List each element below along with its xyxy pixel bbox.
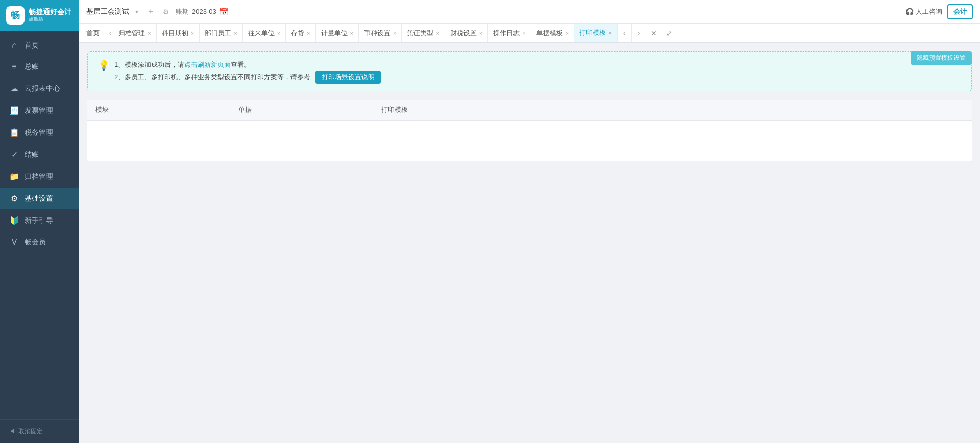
tab-close-tax-settings[interactable]: × [479,30,482,36]
sidebar-nav: ⌂ 首页 ≡ 总账 ☁ 云报表中心 🧾 发票管理 📋 税务管理 ✓ 结账 📁 归… [0,31,79,419]
help-label: 人工咨询 [916,7,942,16]
cloud-icon: ☁ [9,84,19,94]
tab-back-icon[interactable]: ‹ [107,29,113,37]
tab-label-partner: 往来单位 [248,29,275,38]
help-button[interactable]: 🎧 人工咨询 [905,7,942,16]
sidebar-item-settings[interactable]: ⚙ 基础设置 [0,188,79,209]
sidebar-label-checkout: 结账 [24,150,39,159]
th-module: 模块 [87,100,230,120]
tab-currency[interactable]: 币种设置 × [359,24,402,43]
tab-close-dept-staff[interactable]: × [234,30,237,36]
tab-label-print-tpl: 打印模板 [579,28,606,37]
sidebar-item-guide[interactable]: 🔰 新手引导 [0,209,79,231]
tab-close-voucher-type[interactable]: × [436,30,439,36]
info-line1-prefix: 1、模板添加成功后，请 [114,61,184,68]
print-template-table: 模块 单据 打印模板 [87,100,972,161]
tab-label-currency: 币种设置 [364,29,390,38]
home-icon: ⌂ [9,41,19,50]
tab-expand-button[interactable]: ⤢ [662,24,677,43]
tab-receipt-tpl[interactable]: 单据模板 × [531,24,574,43]
tab-dept-staff[interactable]: 部门员工 × [200,24,242,43]
tab-print-tpl[interactable]: 打印模板 × [574,24,617,43]
tab-tax-settings[interactable]: 财税设置 × [445,24,488,43]
tab-label-voucher-type: 凭证类型 [407,29,433,38]
tab-inventory[interactable]: 存货 × [286,24,315,43]
archive-icon: 📁 [9,172,19,181]
tax-icon: 📋 [9,128,19,137]
tab-label-dept-staff: 部门员工 [205,29,231,38]
tab-label-op-log: 操作日志 [493,29,520,38]
sidebar-item-reports[interactable]: ☁ 云报表中心 [0,78,79,100]
tab-label-home: 首页 [86,29,100,38]
guide-icon: 🔰 [9,216,19,225]
tab-label-receipt-tpl: 单据模板 [536,29,563,38]
tab-close-receipt-tpl[interactable]: × [566,30,569,36]
tab-close-all-button[interactable]: ✕ [646,24,662,43]
calendar-icon[interactable]: 📅 [219,8,228,16]
sidebar: 畅 畅捷通好会计 旗舰版 ⌂ 首页 ≡ 总账 ☁ 云报表中心 🧾 发票管理 📋 … [0,0,79,443]
main-area: 基层工会测试 ▾ ＋ ⚙ 账期 2023-03 📅 🎧 人工咨询 会计 首页 ‹… [79,0,980,443]
tab-voucher-type[interactable]: 凭证类型 × [402,24,445,43]
sidebar-item-archive[interactable]: 📁 归档管理 [0,166,79,188]
topbar-right: 🎧 人工咨询 会计 [905,4,973,19]
sidebar-item-invoice[interactable]: 🧾 发票管理 [0,100,79,122]
bulb-icon: 💡 [98,60,109,71]
sidebar-item-checkout[interactable]: ✓ 结账 [0,144,79,166]
hide-preview-button[interactable]: 隐藏预置模板设置 [911,51,972,65]
sidebar-label-ledger: 总账 [24,62,39,72]
tab-close-partner[interactable]: × [277,30,280,36]
sidebar-item-home[interactable]: ⌂ 首页 [0,35,79,56]
logo-text-block: 畅捷通好会计 旗舰版 [29,8,71,24]
tab-partner[interactable]: 往来单位 × [243,24,286,43]
sidebar-item-ledger[interactable]: ≡ 总账 [0,56,79,78]
period-label: 账期 [176,7,189,16]
tab-close-archive-mgmt[interactable]: × [148,30,151,36]
logo-icon: 畅 [6,6,24,25]
tab-label-subject-init: 科目期初 [162,29,188,38]
checkout-icon: ✓ [9,150,19,159]
topbar: 基层工会测试 ▾ ＋ ⚙ 账期 2023-03 📅 🎧 人工咨询 会计 [79,0,980,24]
th-receipt: 单据 [230,100,373,120]
settings-gear-icon[interactable]: ⚙ [163,8,169,16]
tab-close-currency[interactable]: × [393,30,396,36]
sidebar-item-member[interactable]: V 畅会员 [0,231,79,253]
tab-close-print-tpl[interactable]: × [608,30,611,36]
ledger-icon: ≡ [9,62,19,72]
member-icon: V [9,238,19,247]
tab-home[interactable]: 首页 [79,24,107,43]
tab-label-archive-mgmt: 归档管理 [118,29,145,38]
sidebar-logo: 畅 畅捷通好会计 旗舰版 [0,0,79,31]
tab-op-log[interactable]: 操作日志 × [488,24,531,43]
tab-prev-button[interactable]: ‹ [618,24,632,43]
explain-button[interactable]: 打印场景设置说明 [315,71,381,84]
tab-unit[interactable]: 计量单位 × [316,24,359,43]
info-line1-suffix: 查看。 [231,61,251,68]
info-box: 💡 1、模板添加成功后，请点击刷新新页面查看。 2、多员工、多打印机、多种业务类… [87,51,972,91]
sidebar-label-tax: 税务管理 [24,128,53,137]
logo-subtitle: 旗舰版 [29,16,71,23]
tab-close-inventory[interactable]: × [307,30,310,36]
info-line2-prefix: 2、多员工、多打印机、多种业务类型设置不同打印方案等，请参考 [114,73,310,81]
headset-icon: 🎧 [905,8,914,15]
accountant-button[interactable]: 会计 [947,4,973,19]
info-line2: 2、多员工、多打印机、多种业务类型设置不同打印方案等，请参考 打印场景设置说明 [114,71,381,84]
content-area: 隐藏预置模板设置 💡 1、模板添加成功后，请点击刷新新页面查看。 2、多员工、多… [79,43,980,443]
table-header: 模块 单据 打印模板 [87,100,972,121]
logo-title: 畅捷通好会计 [29,8,71,16]
info-refresh-link[interactable]: 点击刷新新页面 [184,61,231,68]
tab-next-button[interactable]: › [632,24,646,43]
sidebar-pin-toggle[interactable]: ◀| 取消固定 [0,419,79,443]
tab-archive-mgmt[interactable]: 归档管理 × [113,24,156,43]
sidebar-label-archive: 归档管理 [24,172,53,181]
sidebar-item-tax[interactable]: 📋 税务管理 [0,122,79,144]
tab-close-unit[interactable]: × [350,30,353,36]
tab-close-op-log[interactable]: × [522,30,525,36]
sidebar-label-reports: 云报表中心 [24,84,60,94]
table-body [87,121,972,161]
tab-close-subject-init[interactable]: × [191,30,194,36]
add-tab-button[interactable]: ＋ [144,6,157,17]
company-dropdown-icon[interactable]: ▾ [135,8,138,15]
period-value: 2023-03 [192,8,216,15]
company-name: 基层工会测试 [86,7,129,16]
tab-subject-init[interactable]: 科目期初 × [157,24,200,43]
